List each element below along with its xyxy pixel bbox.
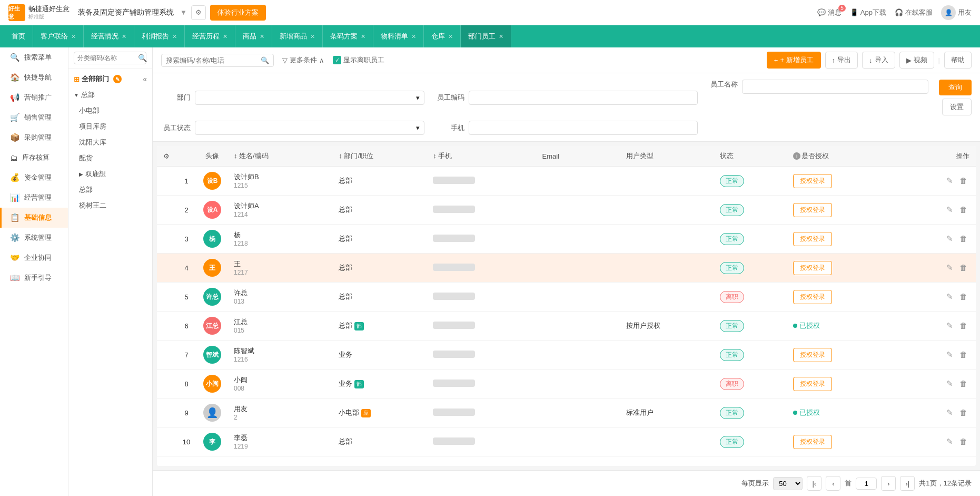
- online-service-button[interactable]: 🎧 在线客服: [895, 8, 933, 17]
- page-number-input[interactable]: [856, 478, 877, 490]
- close-icon[interactable]: ✕: [71, 33, 76, 40]
- user-menu-button[interactable]: 👤 用友: [941, 5, 972, 20]
- info-icon[interactable]: i: [793, 152, 800, 160]
- sidebar-item-enterprise[interactable]: 🤝 企业协同: [0, 248, 68, 268]
- nav-tab-barcode[interactable]: 条码方案 ✕: [323, 25, 373, 47]
- delete-button[interactable]: 🗑: [957, 436, 969, 447]
- nav-tab-customer[interactable]: 客户联络 ✕: [33, 25, 84, 47]
- nav-tab-goods[interactable]: 商品 ✕: [235, 25, 272, 47]
- sidebar-item-purchase[interactable]: 📦 采购管理: [0, 128, 68, 148]
- dept-node-xiaodian[interactable]: 小电部: [68, 103, 152, 119]
- first-page-button[interactable]: |‹: [807, 476, 821, 491]
- dept-search-input[interactable]: [74, 52, 146, 64]
- set-button[interactable]: 设置: [942, 99, 972, 115]
- sidebar-item-sales[interactable]: 🛒 销售管理: [0, 108, 68, 128]
- nav-tab-new-goods[interactable]: 新增商品 ✕: [272, 25, 323, 47]
- page-size-select[interactable]: 10 20 50 100: [773, 477, 803, 490]
- edit-button[interactable]: ✎: [944, 378, 955, 390]
- auth-button[interactable]: 授权登录: [793, 377, 832, 391]
- help-button[interactable]: 帮助: [944, 52, 972, 69]
- app-download-button[interactable]: 📱 App下载: [850, 8, 886, 17]
- close-icon[interactable]: ✕: [172, 33, 177, 40]
- close-icon[interactable]: ✕: [448, 33, 453, 40]
- collapse-icon[interactable]: «: [143, 75, 147, 83]
- close-icon[interactable]: ✕: [260, 33, 264, 40]
- auth-button[interactable]: 授权登录: [793, 232, 832, 246]
- close-icon[interactable]: ✕: [122, 33, 126, 40]
- sidebar-item-finance[interactable]: 💰 资金管理: [0, 168, 68, 188]
- more-filter-button[interactable]: ▽ 更多条件 ∧: [278, 53, 329, 67]
- dept-node-shenyang[interactable]: 沈阳大库: [68, 134, 152, 150]
- auth-button[interactable]: 授权登录: [793, 174, 832, 188]
- col-name-header[interactable]: ↕ 姓名/编码: [227, 146, 332, 167]
- dept-node-xiangmu[interactable]: 项目库房: [68, 119, 152, 134]
- empcode-filter-input[interactable]: [469, 91, 698, 105]
- sidebar-item-guide[interactable]: 📖 新手引导: [0, 268, 68, 288]
- edit-button[interactable]: ✎: [944, 320, 955, 332]
- sidebar-item-basic[interactable]: 📋 基础信息: [0, 208, 68, 228]
- edit-button[interactable]: ✎: [944, 175, 955, 187]
- auth-button[interactable]: 授权登录: [793, 348, 832, 362]
- nav-tab-operation[interactable]: 经营情况 ✕: [84, 25, 134, 47]
- edit-icon[interactable]: ✎: [113, 75, 122, 83]
- sidebar-item-quick[interactable]: 🏠 快捷导航: [0, 67, 68, 87]
- dept-node-yang[interactable]: 杨树王二: [68, 198, 152, 213]
- status-filter-select[interactable]: ▾: [195, 121, 424, 135]
- show-resigned-toggle[interactable]: ✓ 显示离职员工: [333, 55, 384, 65]
- view-button[interactable]: ▶ 视频: [899, 52, 934, 69]
- auth-button[interactable]: 授权登录: [793, 261, 832, 275]
- nav-tab-profit[interactable]: 利润报告 ✕: [134, 25, 185, 47]
- col-dept-header[interactable]: ↕ 部门/职位: [332, 146, 427, 167]
- dept-node-shuanglu[interactable]: ▶ 双鹿想: [68, 166, 152, 182]
- delete-button[interactable]: 🗑: [957, 233, 969, 244]
- sidebar-item-operation[interactable]: 📊 经营管理: [0, 188, 68, 208]
- search-input[interactable]: [166, 56, 261, 64]
- nav-tab-dept[interactable]: 部门员工 ✕: [461, 25, 511, 47]
- delete-button[interactable]: 🗑: [957, 407, 969, 418]
- query-button[interactable]: 查询: [939, 80, 972, 95]
- search-icon[interactable]: 🔍: [261, 56, 269, 64]
- nav-tab-warehouse[interactable]: 仓库 ✕: [424, 25, 461, 47]
- auth-button[interactable]: 授权登录: [793, 203, 832, 217]
- last-page-button[interactable]: ›|: [900, 476, 915, 491]
- close-icon[interactable]: ✕: [411, 33, 416, 40]
- auth-button[interactable]: 授权登录: [793, 435, 832, 449]
- delete-button[interactable]: 🗑: [957, 262, 969, 273]
- edit-button[interactable]: ✎: [944, 233, 955, 245]
- edit-button[interactable]: ✎: [944, 204, 955, 216]
- delete-button[interactable]: 🗑: [957, 378, 969, 389]
- sidebar-item-search[interactable]: 🔍 搜索菜单: [0, 47, 68, 67]
- close-icon[interactable]: ✕: [499, 33, 503, 40]
- nav-tab-home[interactable]: 首页: [4, 25, 33, 47]
- next-page-button[interactable]: ›: [881, 476, 896, 491]
- nav-tab-history[interactable]: 经营历程 ✕: [185, 25, 235, 47]
- dept-all-item[interactable]: ⊞ 全部部门 ✎ «: [68, 71, 152, 87]
- trial-button[interactable]: 体验行业方案: [210, 5, 266, 21]
- sidebar-item-system[interactable]: ⚙️ 系统管理: [0, 228, 68, 248]
- dept-filter-select[interactable]: ▾: [195, 91, 424, 105]
- delete-button[interactable]: 🗑: [957, 291, 969, 302]
- gear-button[interactable]: ⚙: [191, 5, 206, 20]
- sidebar-item-marketing[interactable]: 📢 营销推广: [0, 87, 68, 108]
- add-employee-button[interactable]: + + 新增员工: [767, 52, 821, 69]
- edit-button[interactable]: ✎: [944, 407, 955, 419]
- message-button[interactable]: 💬 消息 5: [817, 8, 842, 17]
- edit-button[interactable]: ✎: [944, 349, 955, 361]
- nav-tab-bom[interactable]: 物料清单 ✕: [373, 25, 424, 47]
- phone-filter-input[interactable]: [469, 121, 698, 135]
- delete-button[interactable]: 🗑: [957, 204, 969, 215]
- delete-button[interactable]: 🗑: [957, 175, 969, 186]
- prev-page-button[interactable]: ‹: [826, 476, 840, 491]
- title-dropdown-icon[interactable]: ▼: [180, 8, 187, 16]
- sidebar-item-inventory[interactable]: 🗂 库存核算: [0, 148, 68, 168]
- col-settings[interactable]: ⚙: [157, 146, 176, 167]
- close-icon[interactable]: ✕: [361, 33, 365, 40]
- edit-button[interactable]: ✎: [944, 262, 955, 274]
- close-icon[interactable]: ✕: [310, 33, 315, 40]
- export-button[interactable]: ↑ 导出: [825, 52, 858, 69]
- edit-button[interactable]: ✎: [944, 291, 955, 303]
- delete-button[interactable]: 🗑: [957, 320, 969, 331]
- dept-node-zongbu2[interactable]: 总部: [68, 182, 152, 198]
- col-phone-header[interactable]: ↕ 手机: [427, 146, 536, 167]
- delete-button[interactable]: 🗑: [957, 349, 969, 360]
